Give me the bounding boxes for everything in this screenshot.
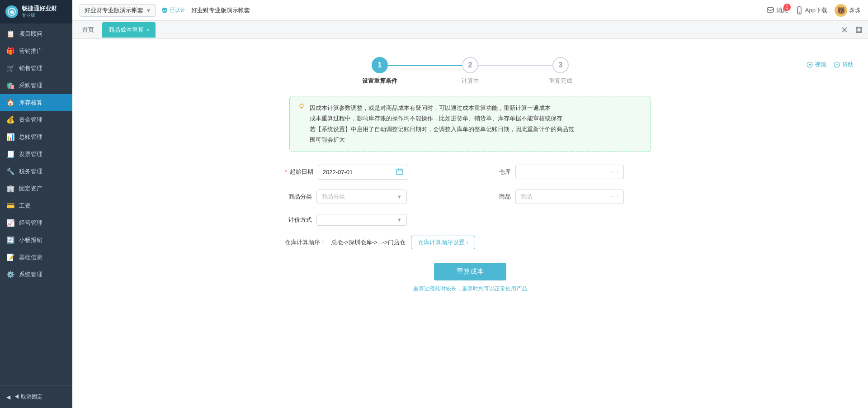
- sidebar-item-label-operations: 经营管理: [19, 219, 42, 227]
- sidebar-item-payroll[interactable]: 💳 工资: [0, 197, 72, 214]
- sidebar-item-label-purchase: 采购管理: [19, 81, 42, 90]
- sidebar-item-assets[interactable]: 🏢 固定资产: [0, 180, 72, 197]
- operations-icon: 📈: [6, 219, 14, 227]
- finance-icon: 💰: [6, 116, 14, 124]
- svg-rect-15: [396, 169, 403, 175]
- verified-badge: 已认证: [161, 6, 186, 14]
- sidebar-item-finance[interactable]: 💰 资金管理: [0, 111, 72, 128]
- video-link[interactable]: 视频: [807, 61, 826, 69]
- sidebar-title: 畅捷通好业财: [22, 5, 57, 13]
- sidebar-subtitle: 专业版: [22, 12, 57, 19]
- basic-icon: 📝: [6, 253, 14, 261]
- sidebar-item-accounting[interactable]: 📊 总账管理: [0, 128, 72, 146]
- notice-content: 因成本计算参数调整，或是对商品成本有疑问时，可以通过成本重算功能，重新计算一遍成…: [310, 103, 574, 145]
- sidebar-item-label-system: 系统管理: [19, 270, 42, 279]
- form-row-1: * 起始日期 2022-07-01: [285, 165, 656, 180]
- help-link[interactable]: ? 帮助: [834, 61, 854, 69]
- play-icon: [807, 62, 813, 68]
- product-field: 商品 商品 ···: [484, 190, 656, 204]
- sidebar-item-label-finance: 资金管理: [19, 116, 42, 124]
- invoice-icon: 🧾: [6, 150, 14, 158]
- sidebar-item-invoice[interactable]: 🧾 发票管理: [0, 146, 72, 163]
- project-icon: 📋: [6, 30, 14, 38]
- sidebar: 畅 畅捷通好业财 专业版 📋 项目顾问 🎁 营销推广 🛒 销售管理 🛍️ 采购管…: [0, 0, 72, 408]
- sidebar-item-tax[interactable]: 🔧 税务管理: [0, 163, 72, 180]
- sidebar-item-label-invoice: 发票管理: [19, 150, 42, 158]
- user-profile-button[interactable]: 🐻 珠珠: [835, 4, 861, 17]
- tab-close-icon[interactable]: ×: [146, 27, 149, 33]
- pricing-select[interactable]: ▼: [316, 214, 407, 226]
- category-select[interactable]: 商品分类 ▼: [316, 190, 407, 204]
- unpin-button[interactable]: ◀ ◀ 取消固定: [0, 389, 72, 404]
- warehouse-order-label: 仓库计算顺序：: [285, 238, 326, 247]
- sidebar-item-label-basic: 基础信息: [19, 253, 42, 261]
- notice-line-2: 成本重算过程中，影响库存账的操作均不能操作，比如进货单、销货单、库存单据不能审核…: [310, 113, 574, 123]
- category-chevron-icon: ▼: [397, 194, 402, 199]
- sidebar-item-basic[interactable]: 📝 基础信息: [0, 249, 72, 266]
- sidebar-item-label-sales: 销售管理: [19, 64, 42, 72]
- sidebar-item-inventory[interactable]: 🏠 库存核算: [0, 94, 72, 111]
- svg-marker-10: [809, 63, 811, 66]
- stepper-circle-2: 2: [462, 57, 478, 73]
- marketing-icon: 🎁: [6, 47, 14, 55]
- logo-icon: 畅: [5, 5, 18, 18]
- app-download-button[interactable]: App下载: [795, 6, 827, 14]
- unpin-label: ◀ 取消固定: [14, 393, 42, 401]
- sidebar-header: 畅 畅捷通好业财 专业版: [0, 0, 72, 24]
- warehouse-input[interactable]: ···: [515, 165, 624, 179]
- pricing-label: 计价方式: [285, 216, 312, 224]
- main-area: 好业财专业版演示帐套 ▼ 已认证 好业财专业版演示帐套 1 消息: [72, 0, 868, 408]
- message-count: 1: [783, 4, 791, 11]
- sidebar-item-expense[interactable]: 🔄 小畅报销: [0, 232, 72, 249]
- sidebar-item-label-inventory: 库存核算: [19, 99, 42, 107]
- account-selector[interactable]: 好业财专业版演示帐套 ▼: [80, 4, 156, 17]
- warehouse-order-btn[interactable]: 仓库计算顺序设置 ›: [411, 236, 475, 249]
- question-icon: ?: [834, 62, 840, 68]
- payroll-icon: 💳: [6, 202, 14, 210]
- svg-text:?: ?: [836, 63, 838, 67]
- calendar-icon[interactable]: [396, 168, 403, 176]
- svg-point-13: [300, 104, 303, 108]
- product-dots-icon[interactable]: ···: [610, 193, 619, 201]
- expand-icon: [856, 27, 862, 33]
- accounting-icon: 📊: [6, 133, 14, 141]
- notice-line-4: 围可能会扩大: [310, 134, 574, 145]
- pricing-chevron-icon: ▼: [397, 217, 402, 223]
- sidebar-item-marketing[interactable]: 🎁 营销推广: [0, 43, 72, 60]
- product-input[interactable]: 商品 ···: [515, 190, 624, 204]
- app-download-label: App下载: [805, 6, 827, 14]
- warehouse-label: 仓库: [484, 168, 511, 176]
- close-button[interactable]: [839, 24, 850, 35]
- purchase-icon: 🛍️: [6, 81, 14, 90]
- verified-label: 已认证: [170, 6, 186, 14]
- pricing-field: 计价方式 ▼: [285, 214, 457, 226]
- recalculate-button[interactable]: 重算成本: [434, 263, 506, 280]
- expand-button[interactable]: [854, 24, 864, 35]
- message-button[interactable]: 1 消息: [766, 6, 788, 14]
- sidebar-item-label-assets: 固定资产: [19, 185, 42, 193]
- start-date-input[interactable]: 2022-07-01: [318, 165, 408, 180]
- tab-cost-recalc[interactable]: 商品成本重算 ×: [102, 22, 156, 38]
- sidebar-item-purchase[interactable]: 🛍️ 采购管理: [0, 77, 72, 94]
- user-avatar: 🐻: [835, 4, 847, 17]
- bulb-icon: [298, 103, 305, 110]
- sidebar-item-label-tax: 税务管理: [19, 167, 42, 176]
- sidebar-item-sales[interactable]: 🛒 销售管理: [0, 60, 72, 77]
- tab-home[interactable]: 首页: [76, 22, 100, 38]
- tab-cost-recalc-label: 商品成本重算: [108, 26, 144, 34]
- form-row-3: 计价方式 ▼: [285, 214, 656, 226]
- sidebar-item-project[interactable]: 📋 项目顾问: [0, 25, 72, 43]
- svg-text:畅: 畅: [10, 10, 14, 14]
- warehouse-order-value: 总仓->深圳仓库->...->门店仓: [331, 238, 406, 247]
- required-star: *: [285, 168, 287, 175]
- start-date-field: * 起始日期 2022-07-01: [285, 165, 457, 180]
- sidebar-item-operations[interactable]: 📈 经营管理: [0, 214, 72, 232]
- tax-icon: 🔧: [6, 167, 14, 176]
- stepper-step-3: 3 重算完成: [515, 57, 606, 85]
- start-date-value: 2022-07-01: [323, 169, 353, 176]
- shield-icon: [161, 7, 168, 14]
- product-placeholder: 商品: [520, 193, 532, 201]
- product-label: 商品: [484, 193, 511, 201]
- warehouse-dots-icon[interactable]: ···: [610, 168, 619, 176]
- sidebar-item-system[interactable]: ⚙️ 系统管理: [0, 266, 72, 283]
